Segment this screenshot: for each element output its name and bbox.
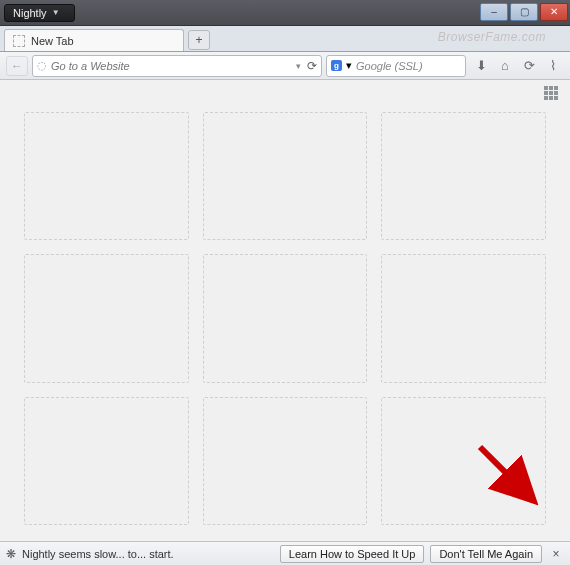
urlbar-dropdown-icon[interactable]: ▾ bbox=[294, 61, 303, 71]
speed-dial-tile[interactable] bbox=[381, 397, 546, 525]
maximize-button[interactable]: ▢ bbox=[510, 3, 538, 21]
minimize-icon: – bbox=[491, 6, 497, 17]
new-tab-button[interactable]: + bbox=[188, 30, 210, 50]
speed-dial-tile[interactable] bbox=[203, 397, 368, 525]
sync-button[interactable]: ⟳ bbox=[518, 56, 540, 76]
watermark-text: BrowserFame.com bbox=[438, 30, 546, 44]
plus-icon: + bbox=[195, 33, 202, 47]
speed-dial-tile[interactable] bbox=[24, 397, 189, 525]
back-button[interactable]: ← bbox=[6, 56, 28, 76]
globe-icon: ◌ bbox=[37, 59, 47, 72]
grid-toggle-button[interactable] bbox=[544, 86, 558, 100]
dismiss-button[interactable]: Don't Tell Me Again bbox=[430, 545, 542, 563]
navbar: ← ◌ ▾ ⟳ g ▾ Google (SSL) ⬇ ⌂ ⟳ ⌇ bbox=[0, 52, 570, 80]
close-icon: ✕ bbox=[550, 6, 558, 17]
speed-dial-tile[interactable] bbox=[24, 254, 189, 382]
notification-text: Nightly seems slow... to... start. bbox=[22, 548, 274, 560]
close-button[interactable]: ✕ bbox=[540, 3, 568, 21]
downloads-button[interactable]: ⬇ bbox=[470, 56, 492, 76]
page-icon bbox=[13, 35, 25, 47]
search-engine-dropdown-icon[interactable]: ▾ bbox=[346, 59, 352, 72]
notification-close-button[interactable]: × bbox=[548, 547, 564, 561]
learn-more-button[interactable]: Learn How to Speed It Up bbox=[280, 545, 425, 563]
minimize-button[interactable]: – bbox=[480, 3, 508, 21]
search-bar[interactable]: g ▾ Google (SSL) bbox=[326, 55, 466, 77]
speed-dial-tile[interactable] bbox=[203, 254, 368, 382]
toolbar-right: ⬇ ⌂ ⟳ ⌇ bbox=[470, 56, 564, 76]
tabstrip: New Tab + BrowserFame.com bbox=[0, 26, 570, 52]
feed-button[interactable]: ⌇ bbox=[542, 56, 564, 76]
chevron-down-icon: ▼ bbox=[52, 8, 60, 17]
sync-icon: ⟳ bbox=[524, 58, 535, 73]
app-menu-button[interactable]: Nightly ▼ bbox=[4, 4, 75, 22]
url-input[interactable] bbox=[51, 60, 290, 72]
reload-icon[interactable]: ⟳ bbox=[307, 59, 317, 73]
tab-label: New Tab bbox=[31, 35, 74, 47]
arrow-left-icon: ← bbox=[11, 59, 23, 73]
google-icon: g bbox=[331, 60, 342, 71]
home-icon: ⌂ bbox=[501, 58, 509, 73]
speed-dial-tile[interactable] bbox=[381, 112, 546, 240]
rss-icon: ⌇ bbox=[550, 58, 556, 73]
speed-dial-tile[interactable] bbox=[381, 254, 546, 382]
notification-bar: ❋ Nightly seems slow... to... start. Lea… bbox=[0, 541, 570, 565]
info-icon: ❋ bbox=[6, 547, 16, 561]
home-button[interactable]: ⌂ bbox=[494, 56, 516, 76]
search-provider-label: Google (SSL) bbox=[356, 60, 461, 72]
url-bar[interactable]: ◌ ▾ ⟳ bbox=[32, 55, 322, 77]
app-menu-label: Nightly bbox=[13, 7, 47, 19]
titlebar: Nightly ▼ – ▢ ✕ bbox=[0, 0, 570, 26]
tab-active[interactable]: New Tab bbox=[4, 29, 184, 51]
speed-dial-tile[interactable] bbox=[24, 112, 189, 240]
newtab-content bbox=[0, 80, 570, 541]
maximize-icon: ▢ bbox=[520, 6, 529, 17]
speed-dial-tile[interactable] bbox=[203, 112, 368, 240]
speed-dial-grid bbox=[24, 112, 546, 525]
download-icon: ⬇ bbox=[476, 58, 487, 73]
window-controls: – ▢ ✕ bbox=[480, 3, 570, 23]
